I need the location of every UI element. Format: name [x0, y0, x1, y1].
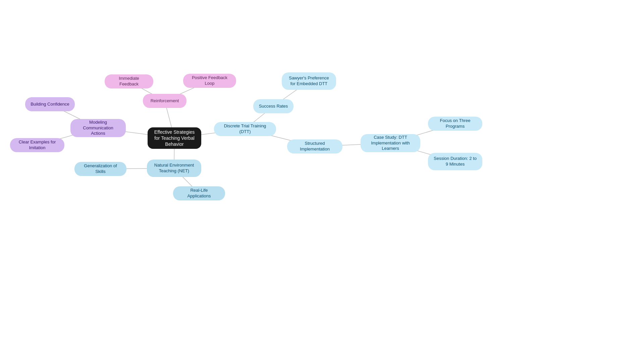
session-duration-label: Session Duration: 2 to 9 Minutes — [433, 156, 477, 167]
case-study-node[interactable]: Case Study: DTT Implementation with Lear… — [361, 134, 420, 152]
sawyer-preference-node[interactable]: Sawyer's Preference for Embedded DTT — [282, 72, 336, 90]
focus-three-programs-label: Focus on Three Programs — [433, 118, 477, 129]
clear-examples-node[interactable]: Clear Examples for Imitation — [10, 138, 64, 152]
dtt-label: Discrete Trial Training (DTT) — [219, 123, 271, 135]
center-node[interactable]: Effective Strategies for Teaching Verbal… — [148, 127, 201, 149]
building-confidence-node[interactable]: Building Confidence — [25, 97, 75, 111]
clear-examples-label: Clear Examples for Imitation — [15, 139, 59, 151]
reinforcement-node[interactable]: Reinforcement — [143, 94, 186, 108]
generalization-label: Generalization of Skills — [80, 163, 121, 175]
positive-feedback-label: Positive Feedback Loop — [189, 75, 231, 86]
modeling-communication-node[interactable]: Modeling Communication Actions — [70, 119, 126, 137]
mindmap-canvas: Effective Strategies for Teaching Verbal… — [0, 0, 644, 363]
net-label: Natural Environment Teaching (NET) — [152, 163, 196, 174]
success-rates-node[interactable]: Success Rates — [253, 99, 293, 113]
generalization-node[interactable]: Generalization of Skills — [74, 162, 126, 176]
case-study-label: Case Study: DTT Implementation with Lear… — [366, 135, 415, 152]
positive-feedback-node[interactable]: Positive Feedback Loop — [183, 74, 236, 88]
modeling-communication-label: Modeling Communication Actions — [76, 120, 120, 137]
net-node[interactable]: Natural Environment Teaching (NET) — [147, 160, 201, 177]
real-life-label: Real-Life Applications — [178, 188, 220, 199]
immediate-feedback-label: Immediate Feedback — [110, 76, 148, 87]
immediate-feedback-node[interactable]: Immediate Feedback — [105, 74, 153, 88]
dtt-node[interactable]: Discrete Trial Training (DTT) — [214, 122, 276, 136]
reinforcement-label: Reinforcement — [151, 98, 179, 104]
structured-impl-node[interactable]: Structured Implementation — [287, 139, 342, 154]
focus-three-programs-node[interactable]: Focus on Three Programs — [428, 117, 482, 131]
connections-layer — [0, 0, 644, 363]
center-label: Effective Strategies for Teaching Verbal… — [153, 129, 196, 147]
building-confidence-label: Building Confidence — [31, 102, 69, 107]
structured-impl-label: Structured Implementation — [292, 141, 337, 152]
sawyer-preference-label: Sawyer's Preference for Embedded DTT — [287, 75, 331, 87]
session-duration-node[interactable]: Session Duration: 2 to 9 Minutes — [428, 153, 482, 170]
real-life-node[interactable]: Real-Life Applications — [173, 186, 225, 200]
success-rates-label: Success Rates — [259, 104, 288, 109]
